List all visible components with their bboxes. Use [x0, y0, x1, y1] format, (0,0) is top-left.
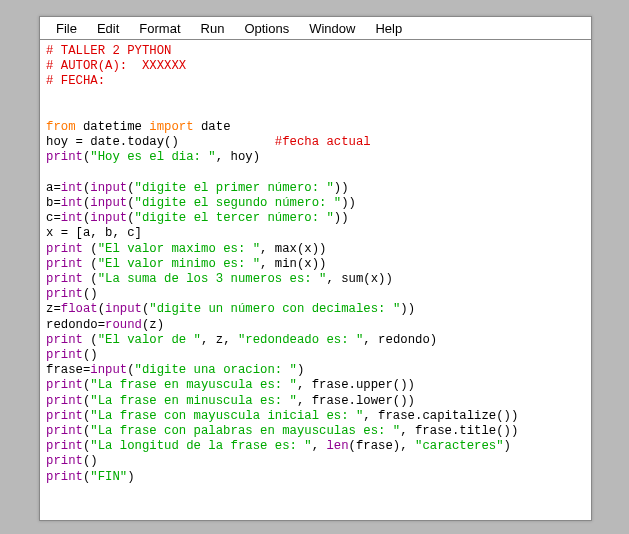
fn-input: input: [90, 363, 127, 377]
paren: (: [90, 272, 97, 286]
code-line: hoy = date.today(): [46, 135, 179, 149]
paren: )): [341, 196, 356, 210]
menu-help[interactable]: Help: [365, 20, 412, 37]
paren: (: [90, 333, 97, 347]
comment: # TALLER 2 PYTHON: [46, 44, 171, 58]
code-rest: , frase.upper()): [297, 378, 415, 392]
fn-print: print: [46, 287, 83, 301]
string: "El valor de ": [98, 333, 201, 347]
paren: (: [127, 363, 134, 377]
string: "El valor maximo es: ": [98, 242, 260, 256]
menu-edit[interactable]: Edit: [87, 20, 129, 37]
code-rest: , min(x)): [260, 257, 326, 271]
fn-int: int: [61, 181, 83, 195]
fn-input: input: [90, 196, 127, 210]
paren: (: [98, 302, 105, 316]
menu-file[interactable]: File: [46, 20, 87, 37]
comment: # FECHA:: [46, 74, 105, 88]
fn-print: print: [46, 333, 83, 347]
fn-float: float: [61, 302, 98, 316]
code-text: (frase),: [349, 439, 415, 453]
fn-input: input: [105, 302, 142, 316]
string: "El valor minimo es: ": [98, 257, 260, 271]
fn-round: round: [105, 318, 142, 332]
pad: [179, 135, 275, 149]
code-line: x = [a, b, c]: [46, 226, 142, 240]
string: "La frase en minuscula es: ": [90, 394, 297, 408]
string: "La frase en mayuscula es: ": [90, 378, 297, 392]
comment: #fecha actual: [275, 135, 371, 149]
module: date: [194, 120, 231, 134]
string: "caracteres": [415, 439, 504, 453]
fn-print: print: [46, 378, 83, 392]
code-rest: , frase.title()): [400, 424, 518, 438]
paren: (): [83, 287, 98, 301]
comment: # AUTOR(A): XXXXXX: [46, 59, 186, 73]
menubar: File Edit Format Run Options Window Help: [40, 17, 591, 40]
fn-int: int: [61, 211, 83, 225]
paren: (: [127, 181, 134, 195]
string: "digite el segundo número: ": [135, 196, 342, 210]
string: "digite una oracion: ": [135, 363, 297, 377]
paren: )): [334, 211, 349, 225]
fn-print: print: [46, 409, 83, 423]
fn-print: print: [46, 394, 83, 408]
menu-options[interactable]: Options: [234, 20, 299, 37]
fn-print: print: [46, 470, 83, 484]
paren: (: [127, 211, 134, 225]
editor-window: File Edit Format Run Options Window Help…: [39, 16, 592, 521]
string: "La longitud de la frase es: ": [90, 439, 311, 453]
paren: ): [127, 470, 134, 484]
paren: (): [83, 348, 98, 362]
paren: (): [83, 454, 98, 468]
code-text: z=: [46, 302, 61, 316]
string: "digite un número con decimales: ": [149, 302, 400, 316]
fn-int: int: [61, 196, 83, 210]
paren: (: [127, 196, 134, 210]
paren: ): [297, 363, 304, 377]
string: "La suma de los 3 numeros es: ": [98, 272, 327, 286]
fn-print: print: [46, 439, 83, 453]
menu-window[interactable]: Window: [299, 20, 365, 37]
code-rest: , redondo): [363, 333, 437, 347]
fn-print: print: [46, 454, 83, 468]
paren: (: [90, 257, 97, 271]
string: "digite el tercer número: ": [135, 211, 334, 225]
code-text: b=: [46, 196, 61, 210]
code-text: redondo=: [46, 318, 105, 332]
string: "FIN": [90, 470, 127, 484]
code-text: frase=: [46, 363, 90, 377]
code-rest: , frase.lower()): [297, 394, 415, 408]
string: "Hoy es el dia: ": [90, 150, 215, 164]
paren: )): [400, 302, 415, 316]
paren: )): [334, 181, 349, 195]
fn-input: input: [90, 181, 127, 195]
code-rest: (z): [142, 318, 164, 332]
code-text: c=: [46, 211, 61, 225]
kw-import: import: [149, 120, 193, 134]
module: datetime: [76, 120, 150, 134]
menu-run[interactable]: Run: [191, 20, 235, 37]
string: "La frase con mayuscula inicial es: ": [90, 409, 363, 423]
code-text: , z,: [201, 333, 238, 347]
string: "digite el primer número: ": [135, 181, 334, 195]
code-text: ,: [312, 439, 327, 453]
fn-print: print: [46, 272, 83, 286]
string: "La frase con palabras en mayusculas es:…: [90, 424, 400, 438]
code-rest: , frase.capitalize()): [363, 409, 518, 423]
string: "redondeado es: ": [238, 333, 363, 347]
paren: ): [504, 439, 511, 453]
code-rest: , hoy): [216, 150, 260, 164]
paren: (: [90, 242, 97, 256]
code-text: a=: [46, 181, 61, 195]
code-rest: , sum(x)): [326, 272, 392, 286]
fn-print: print: [46, 150, 83, 164]
code-rest: , max(x)): [260, 242, 326, 256]
fn-print: print: [46, 348, 83, 362]
code-editor[interactable]: # TALLER 2 PYTHON # AUTOR(A): XXXXXX # F…: [40, 40, 591, 520]
menu-format[interactable]: Format: [129, 20, 190, 37]
kw-from: from: [46, 120, 76, 134]
fn-len: len: [326, 439, 348, 453]
fn-input: input: [90, 211, 127, 225]
fn-print: print: [46, 424, 83, 438]
